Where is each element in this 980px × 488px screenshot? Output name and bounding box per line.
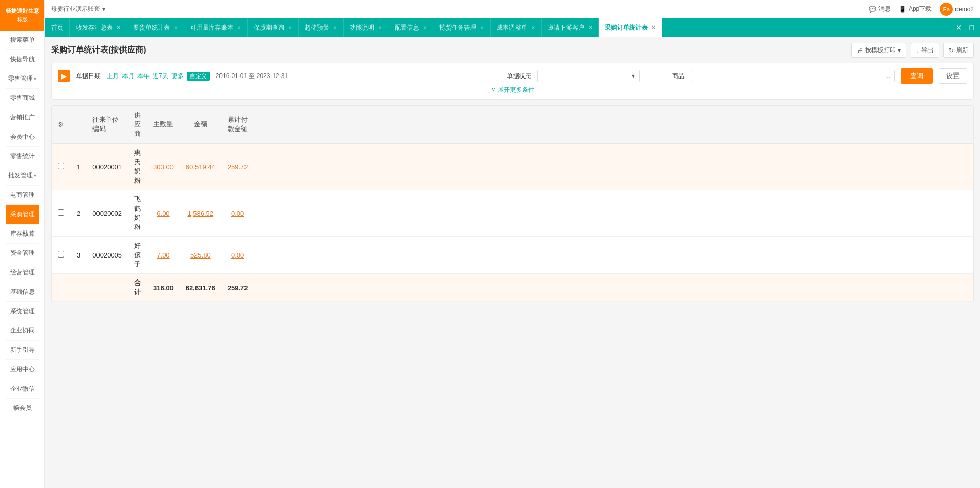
filter-toggle-btn[interactable]: ▶ — [58, 70, 70, 82]
paid-link-0[interactable]: 259.72 — [228, 163, 248, 171]
close-all-tabs-btn[interactable]: ✕ — [953, 22, 964, 33]
amount-link-2[interactable]: 525.80 — [190, 251, 211, 259]
sidebar-item-18[interactable]: 企业微信 — [6, 379, 39, 399]
sidebar-item-12[interactable]: 经营管理 — [6, 263, 39, 282]
amount-link-1[interactable]: 1,586.52 — [187, 210, 213, 217]
checkbox-0[interactable] — [58, 163, 64, 169]
quantity-link-0[interactable]: 303.00 — [153, 163, 174, 171]
user-profile[interactable]: Ea demo2 — [940, 3, 974, 16]
expand-more-btn[interactable]: ⊻ 展开更多条件 — [58, 84, 967, 94]
tab-close-11[interactable]: × — [652, 24, 655, 31]
sidebar-item-17[interactable]: 应用中心 — [6, 360, 39, 379]
tab-close-6[interactable]: × — [378, 24, 382, 31]
paid-link-1[interactable]: 0.00 — [231, 210, 244, 217]
sidebar-item-9[interactable]: 采购管理 — [6, 205, 39, 224]
tab-item-0[interactable]: 首页 — [45, 18, 70, 37]
topbar-left: 母婴行业演示账套 ▾ — [51, 5, 105, 13]
quantity-link-1[interactable]: 6.00 — [157, 210, 169, 217]
phone-icon: 📱 — [899, 6, 906, 13]
settings-gear-icon[interactable]: ⚙ — [58, 121, 64, 129]
shortcut-7days[interactable]: 近7天 — [153, 72, 168, 81]
maximize-btn[interactable]: □ — [968, 22, 976, 33]
query-label: 查询 — [910, 72, 923, 80]
shortcut-this-year[interactable]: 本年 — [137, 72, 150, 81]
sidebar-item-7[interactable]: 批发管理▾ — [6, 166, 39, 186]
tab-close-9[interactable]: × — [531, 24, 535, 31]
sidebar-item-label-2: 零售管理 — [8, 74, 33, 83]
export-button[interactable]: ↓ 导出 — [911, 43, 939, 58]
sidebar-item-0[interactable]: 搜索菜单 — [6, 31, 39, 50]
tab-close-10[interactable]: × — [589, 24, 592, 31]
sidebar-item-label-13: 基础信息 — [10, 288, 35, 296]
sidebar-item-8[interactable]: 电商管理 — [6, 186, 39, 205]
sidebar-item-2[interactable]: 零售管理▾ — [6, 69, 39, 89]
row-num-2: 3 — [70, 237, 86, 274]
sidebar-item-label-0: 搜索菜单 — [10, 36, 35, 44]
tab-item-11[interactable]: 采购订单统计表× — [599, 18, 662, 37]
col-supplier: 供应商 — [128, 106, 147, 144]
sidebar-item-5[interactable]: 会员中心 — [6, 127, 39, 147]
sidebar-item-10[interactable]: 库存核算 — [6, 224, 39, 244]
tab-close-4[interactable]: × — [288, 24, 292, 31]
tab-item-7[interactable]: 配置信息× — [388, 18, 433, 37]
date-range-display[interactable]: 2016-01-01 至 2023-12-31 — [216, 72, 288, 81]
col-paid: 累计付款金额 — [222, 106, 254, 144]
sidebar-item-label-9: 采购管理 — [10, 210, 35, 219]
row-supplier-1: 飞鹤奶粉 — [128, 190, 147, 237]
settings-button[interactable]: 设置 — [939, 68, 967, 84]
checkbox-2[interactable] — [58, 251, 64, 258]
goods-input[interactable]: ... — [691, 70, 895, 82]
sidebar-item-15[interactable]: 企业协同 — [6, 321, 39, 341]
amount-link-0[interactable]: 60,519.44 — [186, 163, 215, 171]
tab-label-7: 配置信息 — [395, 23, 419, 32]
sidebar-item-4[interactable]: 营销推广 — [6, 108, 39, 127]
sidebar-item-1[interactable]: 快捷导航 — [6, 50, 39, 69]
checkbox-1[interactable] — [58, 209, 64, 216]
print-button[interactable]: 🖨 按模板打印 ▾ — [851, 43, 906, 58]
refresh-button[interactable]: ↻ 刷新 — [943, 43, 974, 58]
row-checkbox-2[interactable] — [52, 237, 70, 274]
tab-item-10[interactable]: 邀请下游客户× — [542, 18, 599, 37]
workspace-selector[interactable]: 母婴行业演示账套 ▾ — [51, 5, 105, 13]
custom-date-badge[interactable]: 自定义 — [187, 72, 210, 81]
shortcut-this-month[interactable]: 本月 — [122, 72, 134, 81]
tab-item-1[interactable]: 收发存汇总表× — [70, 18, 127, 37]
tab-item-4[interactable]: 保质期查询× — [248, 18, 299, 37]
workspace-label: 母婴行业演示账套 — [51, 5, 100, 13]
paid-link-2[interactable]: 0.00 — [231, 251, 244, 259]
tab-item-2[interactable]: 要货单统计表× — [127, 18, 184, 37]
message-btn[interactable]: 💬 消息 — [869, 5, 891, 13]
row-quantity-1: 6.00 — [147, 190, 180, 237]
sidebar-item-14[interactable]: 系统管理 — [6, 302, 39, 321]
sidebar-item-19[interactable]: 畅会员 — [6, 399, 39, 418]
row-checkbox-0[interactable] — [52, 144, 70, 190]
tab-close-7[interactable]: × — [423, 24, 427, 31]
tab-item-6[interactable]: 功能说明× — [344, 18, 388, 37]
shortcut-more[interactable]: 更多 — [172, 72, 184, 81]
tab-close-2[interactable]: × — [174, 24, 178, 31]
row-checkbox-1[interactable] — [52, 190, 70, 237]
sidebar-item-16[interactable]: 新手引导 — [6, 341, 39, 360]
shortcut-last-month[interactable]: 上月 — [107, 72, 119, 81]
sidebar-item-3[interactable]: 零售商城 — [6, 89, 39, 108]
quantity-link-2[interactable]: 7.00 — [157, 251, 169, 259]
tab-item-9[interactable]: 成本调整单× — [491, 18, 542, 37]
tab-close-5[interactable]: × — [333, 24, 337, 31]
sidebar-item-13[interactable]: 基础信息 — [6, 282, 39, 302]
query-button[interactable]: 查询 — [901, 68, 933, 84]
sidebar-item-11[interactable]: 资金管理 — [6, 244, 39, 263]
tab-close-1[interactable]: × — [117, 24, 120, 31]
status-select[interactable]: ▾ — [537, 70, 640, 82]
sidebar-item-label-16: 新手引导 — [10, 346, 35, 354]
tab-close-8[interactable]: × — [480, 24, 484, 31]
user-name: demo2 — [955, 6, 974, 13]
tab-close-3[interactable]: × — [237, 24, 241, 31]
filter-area: ▶ 单据日期 上月 本月 本年 近7天 更多 自定义 2016-01-01 至 … — [51, 63, 974, 100]
col-checkbox: ⚙ — [52, 106, 70, 144]
sidebar-item-6[interactable]: 零售统计 — [6, 147, 39, 166]
tab-item-5[interactable]: 超储预警× — [299, 18, 344, 37]
tab-item-8[interactable]: 拣货任务管理× — [433, 18, 491, 37]
row-amount-0: 60,519.44 — [180, 144, 222, 190]
tab-item-3[interactable]: 可用量库存账本× — [184, 18, 248, 37]
app-download-btn[interactable]: 📱 App下载 — [899, 5, 932, 13]
